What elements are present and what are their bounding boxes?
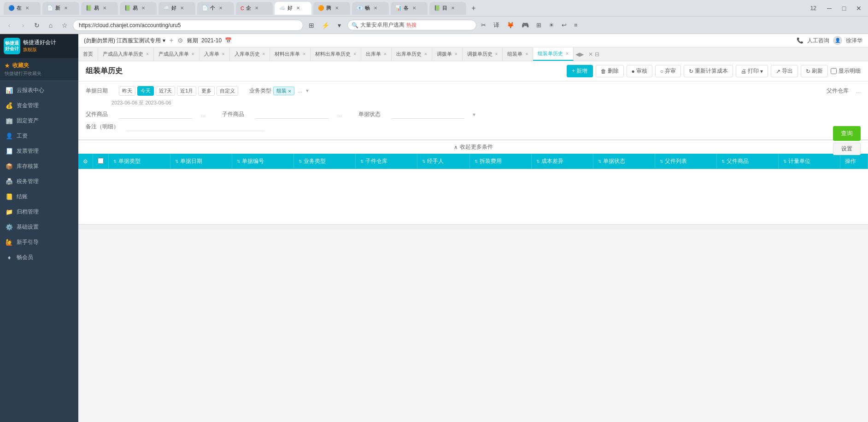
th-cost-diff[interactable]: ⇅ 成本差异 [531,154,593,169]
th-status[interactable]: ⇅ 单据状态 [593,154,655,169]
sidebar-item-archive[interactable]: 📁 归档管理 [0,204,78,220]
translate-icon[interactable]: 译 [492,20,501,30]
settings-company-icon[interactable]: ⚙ [177,37,183,44]
add-company-icon[interactable]: + [169,36,173,45]
tab-close-product-in[interactable]: × [192,52,194,57]
sidebar-item-inventory[interactable]: 📦 库存核算 [0,159,78,174]
tab-product-in[interactable]: 产成品入库单 × [154,48,199,60]
parent-product-more-btn[interactable]: ... [201,111,205,118]
tab-close-out-order[interactable]: × [384,52,387,57]
th-number[interactable]: ⇅ 单据编号 [232,154,294,169]
tab-assembly[interactable]: 组装单 × [503,48,533,60]
sidebar-item-member[interactable]: ♦ 畅会员 [0,250,78,265]
tab-out-history[interactable]: 出库单历史 × [392,48,432,60]
tab-home[interactable]: 首页 [78,48,98,60]
show-detail-checkbox[interactable] [831,68,837,74]
sidebar-item-payroll[interactable]: 👤 工资 [0,128,78,144]
sidebar-item-reports[interactable]: 📊 云报表中心 [0,83,78,98]
forward-button[interactable]: › [18,20,29,31]
tab-in-order[interactable]: 入库单 × [199,48,230,60]
biz-type-more-btn[interactable]: ... [298,87,302,94]
back-button[interactable]: ‹ [4,20,15,31]
home-button[interactable]: ⌂ [45,20,56,31]
user-service-label[interactable]: 人工咨询 [807,37,829,45]
tab-close-material-out-history[interactable]: × [353,52,356,57]
browser-tab-3[interactable]: 📗易✕ [120,2,157,15]
date-btn-yesterday[interactable]: 昨天 [119,86,135,96]
th-parent-product[interactable]: ⇅ 父件商品 [716,154,778,169]
child-product-more-btn[interactable]: ... [337,111,342,118]
scissors-icon[interactable]: ✂ [479,21,488,29]
browser-tab-1[interactable]: 📄新✕ [42,2,79,15]
refresh-button[interactable]: ↻ 刷新 [801,65,828,77]
settings-filter-button[interactable]: 设置 [833,143,861,155]
new-button[interactable]: + 新增 [567,65,592,77]
tab-close-assembly-history[interactable]: × [566,51,569,56]
abandon-button[interactable]: ○ 弃审 [655,65,681,77]
sidebar-item-assets[interactable]: 🏢 固定资产 [0,113,78,128]
biz-type-dropdown[interactable]: ▾ [306,87,309,94]
close-button[interactable]: ✕ [853,3,864,14]
address-input[interactable] [73,20,303,31]
tab-close-material-out[interactable]: × [303,52,305,57]
tab-transfer-history[interactable]: 调拨单历史 × [463,48,503,60]
company-selector[interactable]: (勿删勿禁用) 江西服宝测试专用 ▾ [84,37,165,45]
tab-in-history[interactable]: 入库单历史 × [230,48,270,60]
note-input[interactable] [126,122,264,131]
tab-material-out-history[interactable]: 材料出库单历史 × [311,48,361,60]
th-unit[interactable]: ⇅ 计量单位 [778,154,840,169]
sidebar-item-settings[interactable]: ⚙️ 基础设置 [0,220,78,235]
browser-tab-11[interactable]: 📗目✕ [429,2,466,15]
browser-tab-0[interactable]: 🔵在✕ [4,2,41,15]
date-btn-7days[interactable]: 近7天 [156,86,175,96]
tab-close-transfer-history[interactable]: × [495,52,498,57]
th-checkbox[interactable] [93,154,109,169]
bookmark-button[interactable]: ☆ [59,20,70,31]
game-icon[interactable]: 🎮 [520,21,531,29]
sidebar-item-tax[interactable]: 🖨️ 税务管理 [0,174,78,189]
calendar-icon[interactable]: 📅 [225,37,232,44]
date-btn-more[interactable]: 更多 [198,86,215,96]
status-input[interactable] [392,110,464,119]
tab-close-in-order[interactable]: × [222,52,225,57]
biz-type-tag-close[interactable]: × [288,88,291,94]
refresh-nav-button[interactable]: ↻ [31,20,42,31]
tab-settings-icon[interactable]: ⊟ [595,51,599,58]
dropdown-button[interactable]: ▾ [334,20,345,31]
new-tab-button[interactable]: + [468,3,479,14]
sidebar-item-invoice[interactable]: 🧾 发票管理 [0,144,78,159]
horizontal-scrollbar[interactable] [78,224,868,230]
th-parent-list[interactable]: ⇅ 父件列表 [655,154,716,169]
sidebar-item-settlement[interactable]: 📒 结账 [0,189,78,204]
emoji-icon[interactable]: 🦊 [505,21,516,29]
select-all-checkbox[interactable] [98,158,104,164]
tab-arrow-left[interactable]: ◀ [575,51,580,58]
tab-product-in-history[interactable]: 产成品入库单历史 × [98,48,154,60]
tab-material-out[interactable]: 材料出库单 × [270,48,311,60]
minimize-button[interactable]: ─ [824,3,835,14]
recalc-button[interactable]: ↻ 重新计算成本 [684,65,733,77]
tab-close-assembly[interactable]: × [525,52,528,57]
tab-arrow-right[interactable]: ▶ [580,51,584,58]
child-product-input[interactable] [255,110,329,119]
browser-tab-5[interactable]: 📄个✕ [197,2,234,15]
maximize-button[interactable]: □ [839,3,850,14]
browser-tab-4[interactable]: ☁️好✕ [158,2,195,15]
th-type[interactable]: ⇅ 单据类型 [109,154,170,169]
th-date[interactable]: ⇅ 单据日期 [170,154,232,169]
export-button[interactable]: ↗ 导出 [771,65,798,77]
tab-close-all-icon[interactable]: ✕ [588,51,593,58]
browser-tab-9[interactable]: 📧畅✕ [352,2,389,15]
date-btn-custom[interactable]: 自定义 [217,86,238,96]
th-handler[interactable]: ⇅ 经手人 [417,154,470,169]
lightning-button[interactable]: ⚡ [320,20,331,31]
print-button[interactable]: 🖨 打印 ▾ [736,65,768,77]
sidebar-item-funds[interactable]: 💰 资金管理 [0,98,78,113]
extension-button[interactable]: ⊞ [306,20,317,31]
th-settings[interactable]: ⚙ [78,154,93,169]
sun-icon[interactable]: ☀ [547,21,556,29]
tab-assembly-history[interactable]: 组装单历史 × [533,47,574,61]
collapse-button[interactable]: ∧ 收起更多条件 [78,140,868,154]
status-dropdown[interactable]: ▾ [473,111,475,118]
query-button[interactable]: 查询 [833,126,861,141]
